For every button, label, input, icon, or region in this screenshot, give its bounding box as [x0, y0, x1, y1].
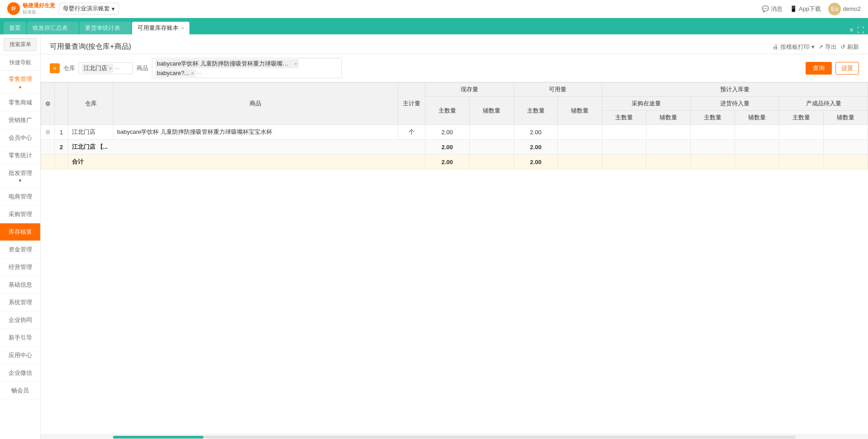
subtotal-index: 2 [55, 140, 68, 155]
tab-income-summary-close[interactable]: × [71, 26, 73, 31]
sidebar-item-retail-stats[interactable]: 零售统计 [0, 147, 40, 165]
sidebar-item-inventory-check-label: 库存核算 [9, 228, 32, 236]
sidebar-item-operations-mgmt[interactable]: 经营管理 [0, 259, 40, 276]
search-menu-button[interactable]: 搜索菜单 [4, 38, 37, 51]
sidebar-item-app-center[interactable]: 应用中心 [0, 347, 40, 364]
subtotal-current-stock-aux [469, 140, 514, 155]
tab-available-stock-label: 可用量库存账本 [137, 24, 179, 32]
setting-button[interactable]: 设置 [835, 62, 859, 75]
total-purchase-main [602, 155, 646, 170]
horizontal-scrollbar[interactable] [41, 434, 868, 439]
query-button[interactable]: 查询 [806, 62, 832, 75]
message-label: 消息 [771, 5, 783, 13]
subtotal-available-main: 2.00 [514, 140, 558, 155]
subtotal-purchase-aux [646, 140, 691, 155]
product-tag-remove[interactable]: × [294, 61, 297, 66]
sidebar-item-retail-stats-label: 零售统计 [9, 151, 32, 160]
sidebar-item-marketing-label: 营销推广 [9, 116, 32, 124]
product-tag-short-remove[interactable]: × [191, 71, 194, 76]
current-stock-header: 现存量 [425, 83, 514, 97]
product-filter-dots[interactable]: ··· [197, 70, 202, 76]
available-aux-qty-header: 辅数量 [558, 97, 602, 125]
warehouse-tag-remove[interactable]: × [109, 66, 112, 71]
filter-expand-button[interactable]: » [50, 63, 60, 73]
sidebar-item-member[interactable]: 畅会员 [0, 382, 40, 400]
phone-icon: 📱 [790, 5, 797, 12]
tab-order-stats[interactable]: 要货单统计表 × [80, 22, 131, 34]
sidebar-item-member-center[interactable]: 会员中心 [0, 129, 40, 147]
sidebar-item-finance-mgmt[interactable]: 资金管理 [0, 241, 40, 259]
avatar: Ea [828, 3, 841, 15]
total-index [55, 155, 68, 170]
tab-home-label: 首页 [9, 24, 21, 32]
export-button[interactable]: ↗ 导出 [818, 43, 837, 51]
sidebar-item-finance-mgmt-label: 资金管理 [9, 245, 32, 254]
settings-icon[interactable]: ⚙ [45, 100, 51, 107]
sidebar-item-enterprise-collab[interactable]: 企业协同 [0, 312, 40, 329]
sidebar-item-enterprise-wechat[interactable]: 企业微信 [0, 364, 40, 382]
row-production-aux [824, 125, 868, 140]
sidebar-search-area: 搜索菜单 [0, 34, 40, 55]
production-aux-qty-header: 辅数量 [824, 111, 868, 125]
tab-income-summary[interactable]: 收发存汇总表 × [27, 22, 79, 34]
sidebar-item-basic-info[interactable]: 基础信息 [0, 276, 40, 294]
total-settings [41, 155, 55, 170]
product-filter-input[interactable]: babycare学饮杯 儿童防摔防撞吸管杯重力球吸嘴杯宝宝水杯 × babyca… [152, 58, 342, 78]
warehouse-tag-value: 江北门店 [84, 64, 107, 72]
top-bar-left: 好 畅捷通好生意 标准版 母婴行业演示账套 ▾ [7, 2, 119, 15]
sidebar-item-purchase-mgmt[interactable]: 采购管理 [0, 206, 40, 223]
sidebar-item-enterprise-wechat-label: 企业微信 [9, 369, 32, 377]
sidebar-item-wholesale-mgmt[interactable]: 批发管理 ▼ [0, 165, 40, 188]
nav-tabs: 首页 收发存汇总表 × 要货单统计表 × 可用量库存账本 × × ⛶ [0, 18, 868, 34]
warehouse-column-header: 仓库 [68, 83, 113, 125]
tenant-name: 母婴行业演示账套 [63, 5, 110, 13]
tenant-selector[interactable]: 母婴行业演示账套 ▾ [59, 3, 119, 14]
subtotal-incoming-main [691, 140, 735, 155]
message-icon: 💬 [762, 5, 769, 12]
user-menu[interactable]: Ea demo2 [828, 3, 861, 15]
close-all-tabs-button[interactable]: × [849, 26, 854, 34]
sidebar-item-retail-mall[interactable]: 零售商城 [0, 94, 40, 112]
row-incoming-main [691, 125, 735, 140]
content-area: 可用量查询(按仓库+商品) 🖨 按模板打印 ▾ ↗ 导出 ↺ 刷新 » [41, 34, 868, 439]
warehouse-filter-tag: 江北门店 × [82, 64, 113, 73]
tab-available-stock-close[interactable]: × [181, 26, 184, 31]
total-current-stock-aux [469, 155, 514, 170]
total-incoming-aux [735, 155, 779, 170]
top-bar: 好 畅捷通好生意 标准版 母婴行业演示账套 ▾ 💬 消息 📱 App下载 Ea … [0, 0, 868, 18]
tab-available-stock[interactable]: 可用量库存账本 × [132, 22, 189, 34]
sidebar-item-ecommerce-mgmt[interactable]: 电商管理 [0, 188, 40, 206]
tab-order-stats-close[interactable]: × [123, 26, 126, 31]
message-button[interactable]: 💬 消息 [762, 5, 783, 13]
row-settings-icon[interactable]: ⚙ [41, 125, 55, 140]
sidebar-item-operations-mgmt-label: 经营管理 [9, 263, 32, 271]
refresh-button[interactable]: ↺ 刷新 [840, 43, 859, 51]
expected-in-header: 预计入库量 [602, 83, 868, 97]
product-filter-tag-short: babycare?... × [155, 69, 196, 77]
row-product: babycare学饮杯 儿童防摔防撞吸管杯重力球吸嘴杯宝宝水杯 [113, 125, 398, 140]
row-available-main: 2.00 [514, 125, 558, 140]
main-unit-column-header: 主计量 [398, 83, 425, 125]
quick-nav-button[interactable]: 快捷导航 [0, 55, 40, 71]
chevron-down-icon: ▾ [112, 5, 115, 12]
total-label: 合计 [68, 155, 425, 170]
subtotal-settings [41, 140, 55, 155]
subtotal-production-aux [824, 140, 868, 155]
sidebar-item-retail-mgmt[interactable]: 零售管理 ▲ [0, 71, 40, 94]
sidebar-item-system-mgmt[interactable]: 系统管理 [0, 294, 40, 312]
warehouse-filter-input[interactable]: 江北门店 × ··· [79, 62, 133, 74]
top-bar-right: 💬 消息 📱 App下载 Ea demo2 [762, 3, 861, 15]
tab-home[interactable]: 首页 [4, 22, 26, 34]
expand-icon[interactable]: ⛶ [857, 26, 864, 34]
subtotal-purchase-main [602, 140, 646, 155]
sidebar-item-inventory-check[interactable]: 库存核算 [0, 223, 40, 241]
print-button[interactable]: 🖨 按模板打印 ▾ [773, 43, 815, 51]
total-incoming-main [691, 155, 735, 170]
incoming-pending-header: 进货待入量 [691, 97, 779, 111]
sidebar-item-app-center-label: 应用中心 [9, 351, 32, 359]
warehouse-filter-dots[interactable]: ··· [114, 65, 119, 71]
sidebar-item-new-guide[interactable]: 新手引导 [0, 329, 40, 347]
sidebar-item-marketing[interactable]: 营销推广 [0, 112, 40, 129]
app-download-button[interactable]: 📱 App下载 [790, 5, 821, 13]
print-label: 按模板打印 [780, 43, 810, 51]
